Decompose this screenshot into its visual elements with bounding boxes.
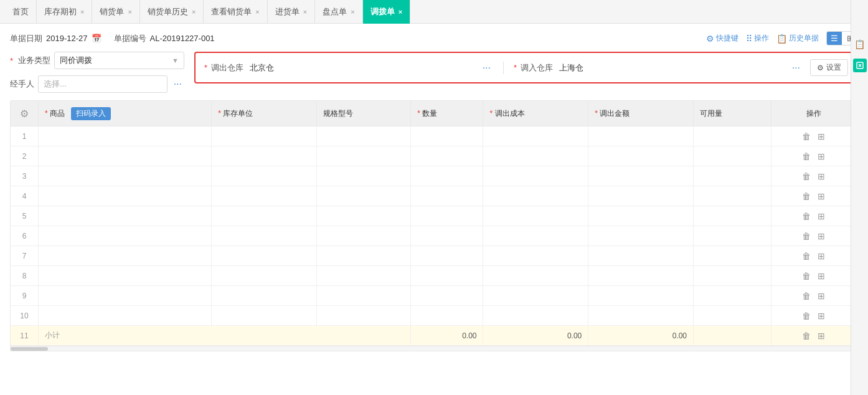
copy-icon[interactable]: ⊞ <box>816 250 827 262</box>
amount-cell[interactable] <box>588 206 694 226</box>
amount-cell[interactable] <box>588 126 694 146</box>
quantity-cell[interactable] <box>411 306 483 326</box>
copy-icon[interactable]: ⊞ <box>816 330 827 341</box>
unit-cell[interactable] <box>212 226 317 246</box>
delete-icon[interactable]: 🗑 <box>801 211 812 222</box>
sidebar-link-icon[interactable] <box>853 59 867 72</box>
unit-cell[interactable] <box>212 126 317 146</box>
available-cell[interactable] <box>694 126 771 146</box>
spec-cell[interactable] <box>317 246 411 266</box>
delete-icon[interactable]: 🗑 <box>801 231 812 242</box>
product-cell[interactable] <box>39 166 212 186</box>
spec-cell[interactable] <box>317 186 411 206</box>
available-cell[interactable] <box>694 206 771 226</box>
cost-cell[interactable] <box>483 186 588 206</box>
close-tab-sales-order[interactable]: × <box>128 8 131 16</box>
product-cell[interactable] <box>39 226 212 246</box>
delete-icon[interactable]: 🗑 <box>801 151 812 162</box>
quantity-cell[interactable] <box>411 226 483 246</box>
cost-cell[interactable] <box>483 226 588 246</box>
available-cell[interactable] <box>694 146 771 166</box>
unit-cell[interactable] <box>212 306 317 326</box>
amount-cell[interactable] <box>588 246 694 266</box>
amount-cell[interactable] <box>588 186 694 206</box>
available-cell[interactable] <box>694 186 771 206</box>
quantity-cell[interactable] <box>411 146 483 166</box>
copy-icon[interactable]: ⊞ <box>816 171 827 182</box>
calendar-icon[interactable]: 📅 <box>92 34 101 44</box>
delete-icon[interactable]: 🗑 <box>801 330 812 341</box>
cost-cell[interactable] <box>483 306 588 326</box>
out-warehouse-more-btn[interactable]: ··· <box>480 62 493 74</box>
close-tab-purchase[interactable]: × <box>303 8 307 16</box>
product-cell[interactable] <box>39 206 212 226</box>
in-warehouse-more-btn[interactable]: ··· <box>790 62 803 74</box>
quantity-cell[interactable] <box>411 246 483 266</box>
cost-cell[interactable] <box>483 246 588 266</box>
delete-icon[interactable]: 🗑 <box>801 131 812 142</box>
unit-cell[interactable] <box>212 206 317 226</box>
tab-home[interactable]: 首页 <box>5 0 37 24</box>
horizontal-scrollbar[interactable] <box>11 346 857 351</box>
spec-cell[interactable] <box>317 166 411 186</box>
amount-cell[interactable] <box>588 286 694 306</box>
close-tab-stocktake[interactable]: × <box>351 8 354 16</box>
operation-link[interactable]: ⠿ 操作 <box>746 33 769 44</box>
amount-cell[interactable] <box>588 306 694 326</box>
cost-cell[interactable] <box>483 126 588 146</box>
spec-cell[interactable] <box>317 306 411 326</box>
quantity-cell[interactable] <box>411 206 483 226</box>
unit-cell[interactable] <box>212 246 317 266</box>
close-tab-inventory-init[interactable]: × <box>80 8 84 16</box>
copy-icon[interactable]: ⊞ <box>816 151 827 162</box>
tab-sales-order[interactable]: 销货单 × <box>92 0 139 24</box>
available-cell[interactable] <box>694 266 771 286</box>
scan-entry-button[interactable]: 扫码录入 <box>71 107 111 120</box>
scrollbar-thumb[interactable] <box>11 347 48 351</box>
spec-cell[interactable] <box>317 206 411 226</box>
unit-cell[interactable] <box>212 166 317 186</box>
amount-cell[interactable] <box>588 266 694 286</box>
product-cell[interactable] <box>39 306 212 326</box>
list-view-btn[interactable]: ☰ <box>827 32 842 45</box>
amount-cell[interactable] <box>588 146 694 166</box>
cost-cell[interactable] <box>483 266 588 286</box>
cost-cell[interactable] <box>483 286 588 306</box>
sidebar-doc-icon[interactable]: 📋 <box>853 37 867 51</box>
product-cell[interactable] <box>39 266 212 286</box>
cost-cell[interactable] <box>483 146 588 166</box>
table-settings-icon[interactable]: ⚙ <box>17 106 32 121</box>
product-cell[interactable] <box>39 246 212 266</box>
available-cell[interactable] <box>694 246 771 266</box>
tab-stocktake[interactable]: 盘点单 × <box>315 0 362 24</box>
unit-cell[interactable] <box>212 186 317 206</box>
quantity-cell[interactable] <box>411 266 483 286</box>
tab-transfer[interactable]: 调拨单 × <box>363 0 410 24</box>
quantity-cell[interactable] <box>411 186 483 206</box>
available-cell[interactable] <box>694 306 771 326</box>
handler-select[interactable]: 选择... <box>38 75 167 93</box>
spec-cell[interactable] <box>317 286 411 306</box>
biz-type-select[interactable]: 同价调拨 ▼ <box>54 52 184 69</box>
settings-button[interactable]: ⚙ 设置 <box>810 59 848 76</box>
copy-icon[interactable]: ⊞ <box>816 290 827 302</box>
copy-icon[interactable]: ⊞ <box>816 131 827 142</box>
history-link[interactable]: 📋 历史单据 <box>776 33 819 44</box>
quantity-cell[interactable] <box>411 166 483 186</box>
unit-cell[interactable] <box>212 266 317 286</box>
spec-cell[interactable] <box>317 266 411 286</box>
tab-view-sales[interactable]: 查看销货单 × <box>204 0 267 24</box>
close-tab-view-sales[interactable]: × <box>255 8 259 16</box>
copy-icon[interactable]: ⊞ <box>816 211 827 222</box>
copy-icon[interactable]: ⊞ <box>816 270 827 282</box>
spec-cell[interactable] <box>317 226 411 246</box>
copy-icon[interactable]: ⊞ <box>816 310 827 321</box>
available-cell[interactable] <box>694 166 771 186</box>
copy-icon[interactable]: ⊞ <box>816 231 827 242</box>
delete-icon[interactable]: 🗑 <box>801 270 812 282</box>
spec-cell[interactable] <box>317 146 411 166</box>
delete-icon[interactable]: 🗑 <box>801 250 812 262</box>
delete-icon[interactable]: 🗑 <box>801 290 812 302</box>
amount-cell[interactable] <box>588 166 694 186</box>
tab-sales-history[interactable]: 销货单历史 × <box>140 0 204 24</box>
